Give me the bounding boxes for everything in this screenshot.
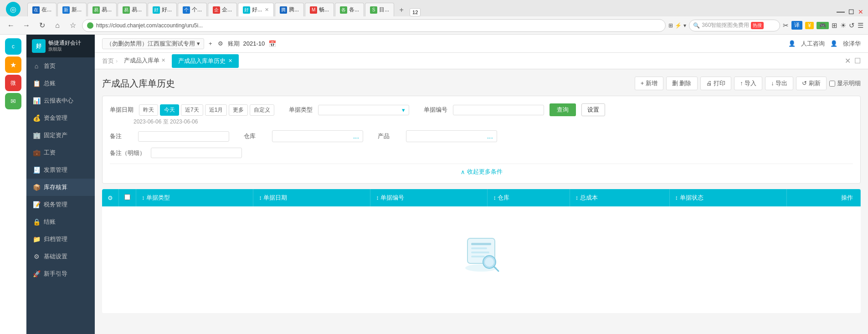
close-panel-button[interactable]: ✕ bbox=[845, 57, 851, 65]
sidebar-item-assets[interactable]: 🏢 固定资产 bbox=[26, 127, 95, 144]
docno-input[interactable] bbox=[453, 105, 544, 115]
browser-tab-0[interactable]: 在 在... bbox=[27, 3, 56, 16]
user-service-icon[interactable]: 👤 bbox=[788, 40, 796, 47]
collapse-button[interactable]: ∧ 收起更多条件 bbox=[461, 168, 503, 176]
browser-tab-9[interactable]: M 畅... bbox=[305, 3, 334, 16]
browser-tab-8[interactable]: 腾 腾... bbox=[275, 3, 304, 16]
show-detail-label[interactable]: 显示明细 bbox=[829, 79, 861, 87]
app-icon-star[interactable]: ★ bbox=[5, 57, 21, 73]
scissors-icon[interactable]: ✂ bbox=[783, 21, 789, 30]
sidebar-item-tax[interactable]: 📝 税务管理 bbox=[26, 196, 95, 213]
remark-detail-input[interactable] bbox=[151, 148, 242, 158]
bookmark-button[interactable]: ☆ bbox=[67, 19, 79, 32]
doctype-select[interactable]: ▾ bbox=[318, 105, 409, 115]
user-service-label[interactable]: 人工咨询 bbox=[801, 40, 825, 48]
browser-tab-4[interactable]: 好 好... bbox=[148, 3, 177, 16]
search-box[interactable]: 🔍 360智能抠图免费用 热搜 bbox=[689, 20, 780, 31]
back-button[interactable]: ← bbox=[5, 19, 17, 32]
import-button[interactable]: ↑ 导入 bbox=[734, 77, 762, 90]
sidebar-item-guide[interactable]: 🚀 新手引导 bbox=[26, 265, 95, 283]
export-button[interactable]: ↓ 导出 bbox=[765, 77, 793, 90]
chevron-down-icon[interactable]: ▾ bbox=[683, 22, 686, 29]
browser-tab-11[interactable]: S 目... bbox=[365, 3, 394, 16]
show-detail-checkbox[interactable] bbox=[829, 81, 835, 87]
account-selector[interactable]: （勿删勿禁用）江西服宝测试专用 ▾ bbox=[102, 38, 204, 49]
warehouse-dots-icon[interactable]: ... bbox=[353, 132, 359, 140]
refresh-button[interactable]: ↻ bbox=[36, 19, 48, 32]
select-all-checkbox[interactable] bbox=[124, 194, 130, 200]
setting-button[interactable]: 设置 bbox=[581, 103, 605, 116]
col-settings[interactable]: ⚙ bbox=[102, 189, 119, 206]
period-calendar-icon[interactable]: 📅 bbox=[268, 40, 276, 47]
display-icon[interactable]: ☀ bbox=[840, 21, 846, 30]
currency-icon[interactable]: ¥ bbox=[805, 22, 814, 29]
col-warehouse[interactable]: ↕ 仓库 bbox=[488, 189, 570, 206]
sidebar-item-reports[interactable]: 📊 云报表中心 bbox=[26, 92, 95, 109]
menu-icon[interactable]: ☰ bbox=[858, 21, 863, 30]
col-checkbox[interactable] bbox=[119, 189, 136, 206]
browser-tab-7[interactable]: 好 好... ✕ bbox=[238, 3, 274, 16]
col-doc-type[interactable]: ↕ 单据类型 bbox=[136, 189, 253, 206]
remark-input[interactable] bbox=[138, 131, 229, 142]
maximize-button[interactable]: ☐ bbox=[848, 8, 854, 15]
print-button[interactable]: 🖨 打印 bbox=[700, 77, 732, 90]
sidebar-item-invoice[interactable]: 🧾 发票管理 bbox=[26, 161, 95, 179]
page-tab-history[interactable]: 产成品入库单历史 ✕ bbox=[172, 54, 239, 68]
delete-button[interactable]: 删 删除 bbox=[666, 77, 698, 90]
minimize-button[interactable]: — bbox=[837, 7, 845, 16]
sidebar-item-payroll[interactable]: 💼 工资 bbox=[26, 144, 95, 161]
home-button[interactable]: ⌂ bbox=[51, 19, 64, 32]
date-btn-1month[interactable]: 近1月 bbox=[205, 104, 227, 116]
avatar-icon[interactable]: 👤 bbox=[830, 40, 837, 47]
page-tab-list-close[interactable]: ✕ bbox=[161, 57, 165, 63]
grid-icon[interactable]: ⊞ bbox=[668, 22, 673, 29]
sidebar-item-funds[interactable]: 💰 资金管理 bbox=[26, 109, 95, 127]
date-btn-yesterday[interactable]: 昨天 bbox=[139, 104, 158, 116]
expand-panel-button[interactable]: ☐ bbox=[854, 57, 861, 65]
query-button[interactable]: 查询 bbox=[550, 103, 576, 116]
add-account-button[interactable]: + bbox=[208, 39, 213, 48]
new-tab-button[interactable]: + bbox=[395, 4, 408, 16]
page-tab-list[interactable]: 产成品入库单 ✕ bbox=[119, 54, 170, 68]
browser-tab-10[interactable]: 各 各... bbox=[335, 3, 364, 16]
sidebar-item-settings[interactable]: ⚙ 基础设置 bbox=[26, 248, 95, 265]
product-select[interactable]: ... bbox=[406, 130, 497, 142]
col-doc-date[interactable]: ↕ 单据日期 bbox=[253, 189, 370, 206]
url-input[interactable]: https://cloud.chanjet.com/accounting/uru… bbox=[82, 19, 666, 32]
flash-icon[interactable]: ⚡ bbox=[675, 22, 682, 29]
forward-button[interactable]: → bbox=[20, 19, 33, 32]
refresh-button-toolbar[interactable]: ↺ 刷新 bbox=[796, 77, 827, 90]
sidebar-item-home[interactable]: ⌂ 首页 bbox=[26, 57, 95, 75]
account-settings-button[interactable]: ⚙ bbox=[217, 39, 224, 48]
browser-tab-2[interactable]: 易 易... bbox=[87, 3, 117, 16]
product-dots-icon[interactable]: ... bbox=[487, 132, 493, 140]
browser-tab-5[interactable]: 个 个... bbox=[178, 3, 207, 16]
close-window-button[interactable]: ✕ bbox=[858, 8, 863, 15]
breadcrumb-home[interactable]: 首页 bbox=[102, 57, 114, 65]
browser-tab-6[interactable]: 企 企... bbox=[208, 3, 237, 16]
sidebar-item-ledger[interactable]: 📋 总账 bbox=[26, 75, 95, 92]
col-doc-status[interactable]: ↕ 单据状态 bbox=[669, 189, 786, 206]
app-icon-mail[interactable]: ✉ bbox=[5, 93, 21, 109]
date-btn-more[interactable]: 更多 bbox=[229, 104, 248, 116]
col-total-cost[interactable]: ↕ 总成本 bbox=[570, 189, 669, 206]
date-btn-today[interactable]: 今天 bbox=[160, 104, 179, 116]
new-button[interactable]: + 新增 bbox=[635, 77, 663, 90]
warehouse-select[interactable]: ... bbox=[272, 130, 363, 142]
date-btn-7days[interactable]: 近7天 bbox=[181, 104, 203, 116]
layout-icon[interactable]: ⊞ bbox=[832, 21, 837, 30]
date-btn-custom[interactable]: 自定义 bbox=[250, 104, 274, 116]
app-icon-weibo[interactable]: 微 bbox=[5, 75, 21, 91]
page-tab-history-close[interactable]: ✕ bbox=[228, 58, 232, 64]
col-doc-no[interactable]: ↕ 单据编号 bbox=[370, 189, 488, 206]
translate-icon[interactable]: 译 bbox=[791, 21, 802, 30]
app-icon-chanjet[interactable]: c bbox=[5, 38, 21, 55]
sidebar-item-inventory[interactable]: 📦 库存核算 bbox=[26, 179, 95, 196]
game-icon[interactable]: 🎮 bbox=[817, 22, 829, 29]
sidebar-item-archive[interactable]: 📁 归档管理 bbox=[26, 231, 95, 248]
browser-tab-3[interactable]: 易 易... bbox=[118, 3, 147, 16]
tab-close-7[interactable]: ✕ bbox=[265, 7, 269, 13]
undo-icon[interactable]: ↺ bbox=[849, 21, 855, 30]
browser-tab-1[interactable]: 新 新... bbox=[57, 3, 87, 16]
sidebar-item-closing[interactable]: 🔒 结账 bbox=[26, 213, 95, 231]
